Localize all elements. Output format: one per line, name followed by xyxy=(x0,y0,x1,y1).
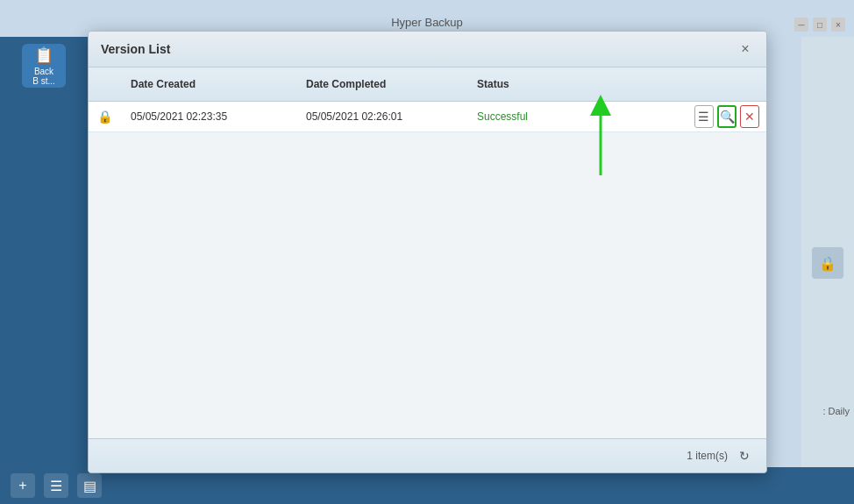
app-close-button[interactable]: × xyxy=(831,18,845,32)
table-header: Date Created Date Completed Status xyxy=(89,67,766,102)
modal-content: Date Created Date Completed Status 🔒 05/… xyxy=(89,67,766,438)
close-icon: × xyxy=(741,41,749,57)
table-body: 🔒 05/05/2021 02:23:35 05/05/2021 02:26:0… xyxy=(89,102,766,438)
cell-date-created: 05/05/2021 02:23:35 xyxy=(120,103,295,130)
row-lock-icon: 🔒 xyxy=(97,110,112,124)
search-version-button[interactable]: 🔍 xyxy=(717,105,737,128)
status-label: Successful xyxy=(477,110,528,123)
search-icon: 🔍 xyxy=(720,110,735,124)
column-header-date-created: Date Created xyxy=(120,75,295,94)
sidebar-item-label: BackB st... xyxy=(32,67,55,86)
modal-close-button[interactable]: × xyxy=(737,40,754,58)
column-header-lock xyxy=(89,75,120,94)
item-count: 1 item(s) xyxy=(687,450,728,462)
modal-footer: 1 item(s) ↻ xyxy=(89,438,766,472)
list-details-button[interactable]: ☰ xyxy=(694,105,714,128)
app-titlebar: Hyper Backup xyxy=(391,16,463,29)
right-panel: 🔒 : Daily xyxy=(801,37,854,504)
app-window: Hyper Backup ─ □ × 📋 BackB st... 🔒 : Dai… xyxy=(0,0,854,504)
column-header-status: Status xyxy=(466,75,687,94)
sidebar-item-backup[interactable]: 📋 BackB st... xyxy=(22,44,66,88)
column-header-actions xyxy=(687,75,766,94)
backup-icon: 📋 xyxy=(34,46,53,65)
app-controls: ─ □ × xyxy=(794,18,845,32)
list-details-icon: ☰ xyxy=(698,110,709,124)
minimize-button[interactable]: ─ xyxy=(794,18,808,32)
menu-icon: ▤ xyxy=(83,478,96,494)
cell-lock: 🔒 xyxy=(89,103,120,131)
add-icon: + xyxy=(18,478,26,493)
table-row: 🔒 05/05/2021 02:23:35 05/05/2021 02:26:0… xyxy=(89,102,766,132)
list-icon: ☰ xyxy=(50,478,62,494)
delete-version-button[interactable]: ✕ xyxy=(740,105,759,128)
refresh-icon: ↻ xyxy=(739,449,750,463)
refresh-button[interactable]: ↻ xyxy=(735,446,754,465)
lock-icon: 🔒 xyxy=(819,255,836,272)
menu-button[interactable]: ▤ xyxy=(77,473,102,498)
column-header-date-completed: Date Completed xyxy=(295,75,466,94)
app-title: Hyper Backup xyxy=(391,16,463,29)
modal-titlebar: Version List × xyxy=(89,32,766,67)
delete-icon: ✕ xyxy=(744,110,755,124)
list-button[interactable]: ☰ xyxy=(44,473,68,498)
schedule-label: : Daily xyxy=(822,406,850,416)
cell-status: Successful xyxy=(466,103,687,130)
sidebar: 📋 BackB st... xyxy=(0,37,88,504)
version-list-modal: Version List × Date Created Date Complet… xyxy=(88,31,767,473)
modal-title: Version List xyxy=(101,42,170,56)
action-buttons: ☰ 🔍 ✕ xyxy=(687,102,766,131)
lock-panel-icon[interactable]: 🔒 xyxy=(812,247,843,279)
add-button[interactable]: + xyxy=(11,473,35,498)
cell-date-completed: 05/05/2021 02:26:01 xyxy=(295,103,466,130)
maximize-button[interactable]: □ xyxy=(813,18,827,32)
